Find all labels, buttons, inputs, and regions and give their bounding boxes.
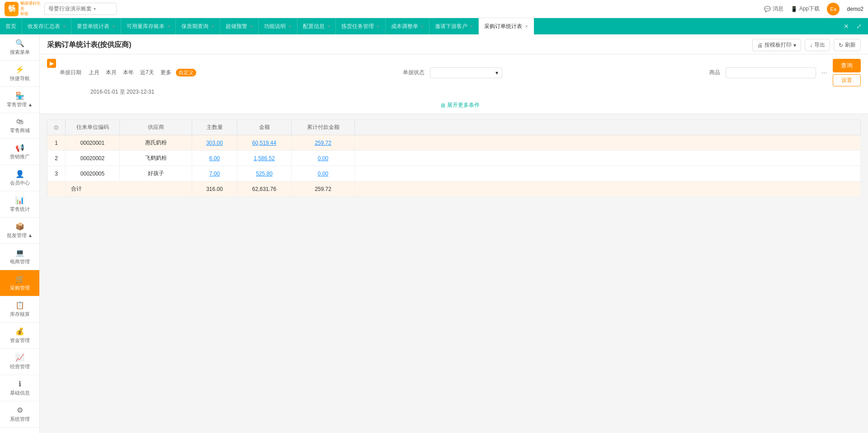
top-header: 畅 畅捷通好生意标版 母婴行业演示账套 ▾ 💬 消息 📱 App下载 Ea de…	[0, 0, 868, 18]
sidebar-item-finance[interactable]: 💰 资金管理	[0, 323, 39, 349]
tab-cost-adjust[interactable]: 成本调整单 ×	[386, 18, 429, 34]
gear-icon[interactable]: ⚙	[53, 124, 59, 131]
tab-close-all-btn[interactable]: ✕	[841, 21, 852, 32]
th-paid: 累计付款金额	[292, 120, 355, 135]
tab-close-icon[interactable]: ×	[377, 24, 379, 29]
tab-shelf-life[interactable]: 保质期查询 ×	[176, 18, 220, 34]
operations-icon: 📈	[15, 353, 24, 362]
user-avatar-label: Ea	[830, 6, 836, 12]
row-seq: 1	[47, 135, 66, 151]
tab-close-icon[interactable]: ×	[211, 24, 214, 29]
tab-bar: 首页 收发存汇总表 × 要货单统计表 × 可用量库存账本 × 保质期查询 × 超…	[0, 18, 868, 34]
row-qty[interactable]: 7.00	[192, 166, 237, 181]
tab-expand-btn[interactable]: ⤢	[854, 21, 864, 32]
tab-close-icon[interactable]: ×	[327, 24, 330, 29]
tab-pick-task[interactable]: 拣货任务管理 ×	[336, 18, 385, 34]
row-qty[interactable]: 303.00	[192, 135, 237, 151]
refresh-button[interactable]: ↻ 刷新	[834, 39, 861, 51]
tab-overstock[interactable]: 超储预警 ×	[220, 18, 259, 34]
row-paid[interactable]: 0.00	[292, 151, 355, 166]
row-extra	[355, 135, 861, 151]
sidebar-item-retail-stats[interactable]: 📊 零售统计	[0, 191, 39, 218]
tab-close-icon[interactable]: ×	[112, 24, 115, 29]
sidebar-item-wholesale[interactable]: 📦 批发管理 ▲	[0, 218, 39, 244]
download-icon: 📱	[791, 6, 797, 12]
tab-close-icon[interactable]: ×	[167, 24, 170, 29]
export-button[interactable]: ↓ 导出	[805, 39, 830, 51]
tab-invite-customer[interactable]: 邀请下游客户 ×	[429, 18, 479, 34]
tab-config[interactable]: 配置信息 ×	[297, 18, 336, 34]
row-supplier: 好孩子	[120, 166, 192, 181]
refresh-icon: ↻	[839, 42, 843, 48]
summary-qty: 316.00	[192, 181, 237, 197]
workspace-selector[interactable]: 母婴行业演示账套 ▾	[44, 3, 117, 15]
shortcut-last-month[interactable]: 上月	[87, 68, 101, 77]
template-print-button[interactable]: 🖨 按模板打印 ▾	[752, 39, 801, 51]
tab-label: 保质期查询	[181, 23, 208, 30]
sidebar-item-retail-mall[interactable]: 🛍 零售商城	[0, 113, 39, 139]
tab-close-icon[interactable]: ×	[525, 24, 528, 29]
th-amount: 金额	[237, 120, 292, 135]
goods-input[interactable]	[726, 67, 816, 78]
tab-order-stats[interactable]: 要货单统计表 ×	[71, 18, 121, 34]
goods-label: 商品	[709, 69, 720, 76]
summary-amount: 62,631.76	[237, 181, 292, 197]
sidebar-item-collab[interactable]: 🤝 企业协同	[0, 428, 39, 433]
sidebar-item-basic-info[interactable]: ℹ 基础信息	[0, 375, 39, 401]
row-qty[interactable]: 6.00	[192, 151, 237, 166]
filter-collapse-arrow[interactable]: ▶	[47, 59, 56, 68]
summary-empty	[47, 181, 66, 197]
tab-close-icon[interactable]: ×	[470, 24, 473, 29]
expand-more-btn[interactable]: ⊞ 展开更多条件	[441, 101, 480, 109]
expand-down-icon: ⊞	[441, 102, 445, 109]
sidebar-item-member[interactable]: 👤 会员中心	[0, 165, 39, 191]
sidebar-item-system[interactable]: ⚙ 系统管理	[0, 401, 39, 428]
message-action[interactable]: 💬 消息	[764, 5, 783, 13]
sidebar-item-inventory[interactable]: 📋 库存核算	[0, 296, 39, 323]
app-download-action[interactable]: 📱 App下载	[791, 5, 820, 13]
tab-close-icon[interactable]: ×	[421, 24, 424, 29]
tab-close-icon[interactable]: ×	[250, 24, 253, 29]
row-amount[interactable]: 525.80	[237, 166, 292, 181]
tab-function-desc[interactable]: 功能说明 ×	[259, 18, 297, 34]
tab-available-stock[interactable]: 可用量库存账本 ×	[121, 18, 176, 34]
table-row: 1 00020001 惠氏奶粉 303.00 60,519.44 259.72	[47, 135, 861, 151]
app-wrapper: 畅 畅捷通好生意标版 母婴行业演示账套 ▾ 💬 消息 📱 App下载 Ea de…	[0, 0, 868, 433]
date-range-label: 2016-01-01 至 2023-12-31	[90, 88, 154, 96]
settings-button[interactable]: 设置	[833, 74, 861, 86]
sidebar-item-operations[interactable]: 📈 经营管理	[0, 349, 39, 375]
sidebar-item-purchase[interactable]: 🛒 采购管理	[0, 270, 39, 296]
row-extra	[355, 151, 861, 166]
summary-label: 合计	[66, 181, 192, 197]
status-select[interactable]: ▾	[430, 67, 502, 78]
row-seq: 3	[47, 166, 66, 181]
tab-label: 配置信息	[303, 23, 325, 30]
logo-icon: 畅	[5, 2, 19, 16]
chevron-down-icon: ▾	[94, 6, 96, 11]
message-label: 消息	[773, 5, 783, 13]
row-paid[interactable]: 0.00	[292, 166, 355, 181]
row-paid[interactable]: 259.72	[292, 135, 355, 151]
sidebar-item-marketing[interactable]: 📢 营销推广	[0, 139, 39, 165]
shortcut-this-month[interactable]: 本月	[104, 68, 118, 77]
sidebar-item-retail-mgmt[interactable]: 🏪 零售管理 ▲	[0, 87, 39, 113]
shortcut-more[interactable]: 更多	[159, 68, 173, 77]
shortcut-7days[interactable]: 近7天	[138, 68, 156, 77]
tab-purchase-order-stats[interactable]: 采购订单统计表 ×	[479, 18, 533, 34]
sidebar-item-ecommerce[interactable]: 💻 电商管理	[0, 244, 39, 270]
shortcut-this-year[interactable]: 本年	[121, 68, 136, 77]
sidebar-item-label: 会员中心	[10, 180, 30, 186]
sidebar-item-search[interactable]: 🔍 搜索菜单	[0, 34, 39, 61]
row-amount[interactable]: 60,519.44	[237, 135, 292, 151]
chevron-down-icon: ▾	[793, 42, 796, 48]
sidebar-item-quicknav[interactable]: ⚡ 快捷导航	[0, 61, 39, 87]
btn-export-label: 导出	[814, 41, 825, 49]
tab-close-icon[interactable]: ×	[288, 24, 291, 29]
query-button[interactable]: 查询	[833, 59, 861, 72]
custom-date-badge[interactable]: 自定义	[176, 69, 196, 76]
tab-home[interactable]: 首页	[0, 18, 22, 34]
tab-close-icon[interactable]: ×	[63, 24, 66, 29]
tab-receive-summary[interactable]: 收发存汇总表 ×	[22, 18, 71, 34]
user-avatar[interactable]: Ea	[827, 3, 840, 15]
row-amount[interactable]: 1,586.52	[237, 151, 292, 166]
